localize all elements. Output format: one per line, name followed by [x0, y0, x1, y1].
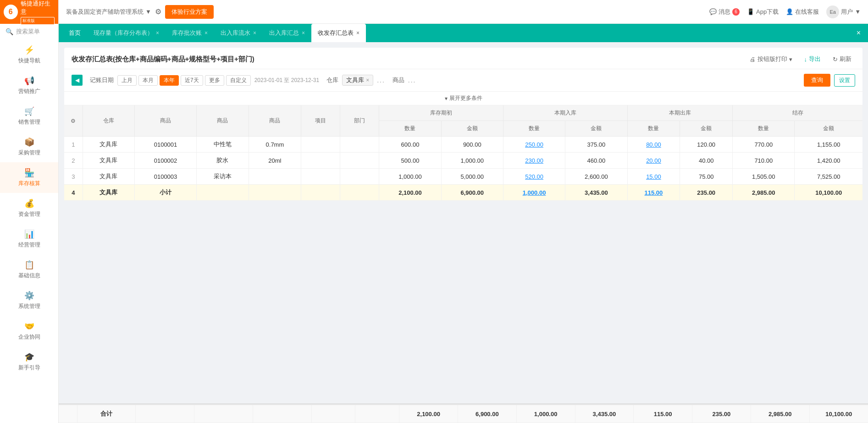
date-btn-this-month[interactable]: 本月 — [138, 75, 158, 86]
table-settings-icon[interactable]: ⚙ — [64, 105, 83, 137]
sidebar-item-guide[interactable]: 🎓 新手引导 — [0, 346, 58, 377]
tab-recv-send-summary[interactable]: 收发存汇总表 × — [311, 24, 366, 42]
tab-close-stock-summary[interactable]: × — [302, 30, 305, 36]
subtotal-opening-qty: 2,100.00 — [379, 185, 441, 201]
row3-closing-qty: 1,505.00 — [733, 169, 795, 185]
subtotal-outbound-qty[interactable]: 115.00 — [627, 185, 680, 201]
top-header: 装备及固定资产辅助管理系统 ▼ ⚙ 体验行业方案 💬 消息 6 📱 App下载 … — [59, 0, 868, 24]
subtotal-warehouse: 文具库 — [83, 185, 134, 201]
user-menu[interactable]: Ea 用户 ▼ — [826, 5, 861, 18]
row1-inbound-amount: 375.00 — [565, 137, 627, 153]
logo-icon: 6 — [4, 5, 18, 19]
message-button[interactable]: 💬 消息 6 — [709, 8, 740, 16]
basic-info-icon: 📋 — [24, 260, 34, 270]
inventory-icon: 🏪 — [24, 168, 34, 178]
tab-close-stock-flow[interactable]: × — [253, 30, 256, 36]
tab-home[interactable]: 首页 — [62, 24, 87, 42]
date-label: 记账日期 — [90, 76, 114, 84]
th-warehouse: 仓库 — [83, 105, 134, 137]
date-btn-custom[interactable]: 自定义 — [226, 75, 251, 86]
print-icon: 🖨 — [750, 56, 756, 63]
warehouse-more-button[interactable]: ... — [377, 77, 385, 84]
row3-outbound-amount: 75.00 — [680, 169, 733, 185]
sidebar-item-sales[interactable]: 🛒 销售管理 — [0, 101, 58, 132]
sidebar-item-finance[interactable]: 💰 资金管理 — [0, 193, 58, 224]
page-title: 收发存汇总表(按仓库+商品编码+商品+规格型号+项目+部门) — [72, 55, 254, 64]
refresh-button[interactable]: ↻ 刷新 — [829, 53, 855, 65]
row2-project — [301, 153, 340, 169]
tab-stock-flow[interactable]: 出入库流水 × — [214, 24, 263, 42]
tab-stock-summary[interactable]: 出入库汇总 × — [263, 24, 311, 42]
query-button[interactable]: 查询 — [804, 74, 830, 87]
row1-inbound-qty[interactable]: 250.00 — [503, 137, 565, 153]
row3-spec — [249, 169, 301, 185]
row2-closing-qty: 710.00 — [733, 153, 795, 169]
tab-close-stock-distribution[interactable]: × — [156, 30, 159, 36]
row2-inbound-qty[interactable]: 230.00 — [503, 153, 565, 169]
sidebar-item-inventory[interactable]: 🏪 库存核算 — [0, 162, 58, 193]
goods-more-button[interactable]: ... — [408, 77, 416, 84]
th-outbound: 本期出库 — [627, 105, 733, 121]
tab-close-batch-account[interactable]: × — [205, 30, 208, 36]
date-btn-last-month[interactable]: 上月 — [117, 75, 137, 86]
warehouse-tag-close[interactable]: × — [366, 77, 369, 83]
user-chevron-icon: ▼ — [855, 8, 861, 15]
print-button[interactable]: 🖨 按钮版打印 ▾ — [746, 53, 796, 65]
date-btn-this-year[interactable]: 本年 — [160, 75, 179, 86]
row3-outbound-qty[interactable]: 15.00 — [627, 169, 680, 185]
row1-dept — [340, 137, 379, 153]
tab-batch-account[interactable]: 库存批次账 × — [166, 24, 214, 42]
row2-dept — [340, 153, 379, 169]
filter-collapse-button[interactable]: ◀ — [72, 75, 83, 86]
sidebar-item-enterprise[interactable]: 🤝 企业协同 — [0, 316, 58, 346]
expand-conditions-button[interactable]: ▾ 展开更多条件 — [445, 94, 482, 102]
date-btn-7-days[interactable]: 近7天 — [181, 75, 203, 86]
sidebar-item-operations[interactable]: 📊 经营管理 — [0, 224, 58, 254]
sidebar-item-system[interactable]: ⚙️ 系统管理 — [0, 285, 58, 316]
online-service-button[interactable]: 👤 在线客服 — [786, 8, 819, 16]
total-row: 合计 2,100.00 6,900.00 1,000.00 3,435.00 1… — [59, 405, 868, 423]
export-button[interactable]: ↓ 导出 — [801, 53, 825, 65]
th-inbound-amount: 金额 — [565, 121, 627, 137]
trial-button[interactable]: 体验行业方案 — [165, 5, 214, 19]
total-empty5 — [311, 405, 355, 423]
setting-button[interactable]: 设置 — [834, 74, 855, 87]
sidebar-item-quick-nav[interactable]: ⚡ 快捷导航 — [0, 39, 58, 70]
subtotal-inbound-qty[interactable]: 1,000.00 — [503, 185, 565, 201]
date-btn-more[interactable]: 更多 — [205, 75, 224, 86]
total-inbound-qty: 1,000.00 — [516, 405, 575, 423]
sidebar-item-marketing[interactable]: 📢 营销推广 — [0, 70, 58, 101]
sidebar-nav: ⚡ 快捷导航 📢 营销推广 🛒 销售管理 📦 采购管理 🏪 库存核算 💰 — [0, 39, 58, 423]
logo-text: 畅捷通好生意 标准版 — [21, 0, 55, 25]
th-opening-stock: 库存期初 — [379, 105, 503, 121]
sidebar-item-basic-info[interactable]: 📋 基础信息 — [0, 254, 58, 285]
row2-opening-amount: 1,000.00 — [441, 153, 503, 169]
search-menu[interactable]: 🔍 搜索菜单 — [0, 24, 58, 39]
refresh-icon: ↻ — [833, 56, 838, 63]
warehouse-tag[interactable]: 文具库 × — [342, 75, 373, 86]
total-empty1 — [59, 405, 77, 423]
app-download-button[interactable]: 📱 App下载 — [747, 8, 779, 16]
sidebar-item-purchase[interactable]: 📦 采购管理 — [0, 132, 58, 162]
total-inbound-amount: 3,435.00 — [575, 405, 634, 423]
th-spec: 商品 — [249, 105, 301, 137]
total-empty2 — [136, 405, 194, 423]
tab-bar-close-button[interactable]: × — [853, 29, 864, 37]
gear-icon[interactable]: ⚙ — [155, 7, 161, 16]
tab-close-recv-send-summary[interactable]: × — [356, 30, 359, 36]
th-inbound-qty: 数量 — [503, 121, 565, 137]
total-empty3 — [194, 405, 253, 423]
goods-label: 商品 — [393, 76, 404, 84]
main-table: ⚙ 仓库 商品 商品 商品 项目 部门 库存期初 本期入库 本期出库 结存 — [64, 105, 862, 201]
expand-icon: ▾ — [445, 95, 448, 102]
system-title[interactable]: 装备及固定资产辅助管理系统 ▼ — [66, 8, 151, 16]
subtotal-outbound-amount: 235.00 — [680, 185, 733, 201]
row1-outbound-qty[interactable]: 80.00 — [627, 137, 680, 153]
row2-code: 0100002 — [134, 153, 196, 169]
tab-stock-distribution[interactable]: 现存量（库存分布表） × — [87, 24, 166, 42]
row1-opening-amount: 900.00 — [441, 137, 503, 153]
row3-inbound-qty[interactable]: 520.00 — [503, 169, 565, 185]
row2-outbound-qty[interactable]: 20.00 — [627, 153, 680, 169]
row1-name: 中性笔 — [197, 137, 249, 153]
th-name: 商品 — [197, 105, 249, 137]
